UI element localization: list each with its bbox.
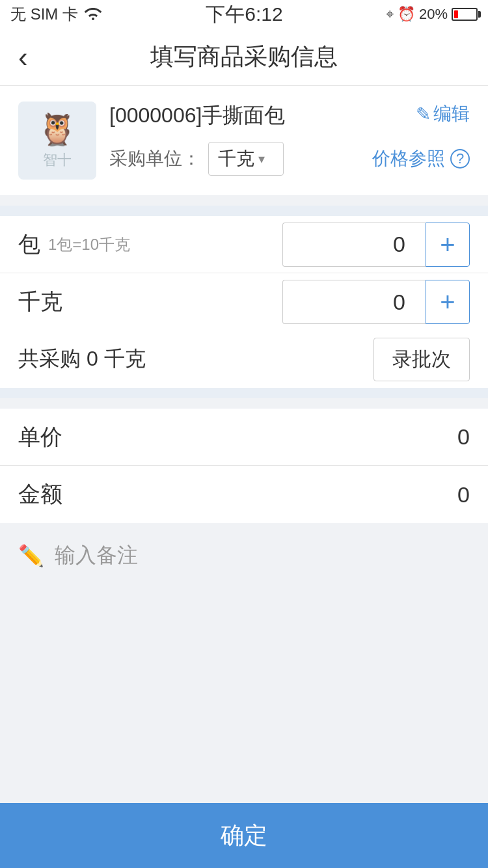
help-icon: ? <box>450 149 470 169</box>
unit-price-label: 单价 <box>18 422 62 452</box>
product-img-text: 智十 <box>43 150 72 170</box>
form-section-bao: 包 1包=10千克 + 千克 + <box>0 216 488 331</box>
product-header: [0000006]手撕面包 ✎ 编辑 <box>109 102 470 130</box>
edit-button[interactable]: ✎ 编辑 <box>416 102 470 126</box>
price-ref-label: 价格参照 <box>372 146 445 171</box>
section-divider-2 <box>0 388 488 398</box>
pencil-icon: ✏️ <box>18 543 44 568</box>
unit-label: 采购单位： <box>109 146 200 171</box>
back-button[interactable]: ‹ <box>18 43 28 72</box>
bao-plus-button[interactable]: + <box>426 223 470 267</box>
bao-row: 包 1包=10千克 + <box>0 216 488 273</box>
batch-button[interactable]: 录批次 <box>373 338 470 381</box>
bao-input[interactable] <box>282 223 426 267</box>
unit-select-dropdown[interactable]: 千克 ▾ <box>208 142 284 176</box>
summary-row: 共采购 0 千克 录批次 <box>0 331 488 388</box>
amount-value: 0 <box>457 482 470 508</box>
battery-icon <box>452 8 478 21</box>
bao-label: 包 1包=10千克 <box>18 230 130 260</box>
status-time: 下午6:12 <box>206 1 282 28</box>
status-bar: 无 SIM 卡 下午6:12 ⌖ ⏰ 20% <box>0 0 488 29</box>
chevron-down-icon: ▾ <box>258 151 265 167</box>
kg-row: 千克 + <box>0 273 488 331</box>
amount-row: 金额 0 <box>0 466 488 523</box>
edit-icon: ✎ <box>416 103 431 125</box>
product-card: 🦉 智十 [0000006]手撕面包 ✎ 编辑 采购单位： 千克 ▾ <box>0 86 488 195</box>
kg-input[interactable] <box>282 280 426 324</box>
kg-label: 千克 <box>18 287 62 317</box>
unit-price-value: 0 <box>457 424 470 450</box>
section-divider-1 <box>0 206 488 216</box>
kg-input-group: + <box>282 280 470 324</box>
price-section: 单价 0 金额 0 <box>0 409 488 523</box>
confirm-button[interactable]: 确定 <box>0 803 488 868</box>
unit-value: 千克 <box>218 146 254 171</box>
wifi-icon <box>83 5 103 25</box>
summary-total-text: 共采购 0 千克 <box>18 345 146 373</box>
battery-fill <box>454 10 458 18</box>
battery-percent: 20% <box>419 6 448 23</box>
notes-section: ✏️ 输入备注 <box>0 523 488 588</box>
carrier-label: 无 SIM 卡 <box>10 4 78 25</box>
page-title: 填写商品采购信息 <box>150 41 338 73</box>
unit-price-row: 单价 0 <box>0 409 488 466</box>
product-info: [0000006]手撕面包 ✎ 编辑 采购单位： 千克 ▾ 价格参照 ? <box>109 102 470 176</box>
product-img-icon: 🦉 <box>38 111 77 148</box>
price-ref-button[interactable]: 价格参照 ? <box>372 146 470 171</box>
product-name: [0000006]手撕面包 <box>109 102 285 130</box>
kg-plus-button[interactable]: + <box>426 280 470 324</box>
notes-placeholder[interactable]: 输入备注 <box>55 541 138 570</box>
bao-input-group: + <box>282 223 470 267</box>
product-image: 🦉 智十 <box>18 102 96 180</box>
bao-sub-label: 1包=10千克 <box>48 234 130 255</box>
unit-select-wrapper: 采购单位： 千克 ▾ <box>109 142 284 176</box>
status-left: 无 SIM 卡 <box>10 4 103 25</box>
nav-bar: ‹ 填写商品采购信息 <box>0 29 488 86</box>
status-right: ⌖ ⏰ 20% <box>386 6 478 23</box>
amount-label: 金额 <box>18 480 62 509</box>
location-icon: ⌖ <box>386 6 394 23</box>
product-unit-row: 采购单位： 千克 ▾ 价格参照 ? <box>109 142 470 176</box>
alarm-icon: ⏰ <box>398 6 415 23</box>
